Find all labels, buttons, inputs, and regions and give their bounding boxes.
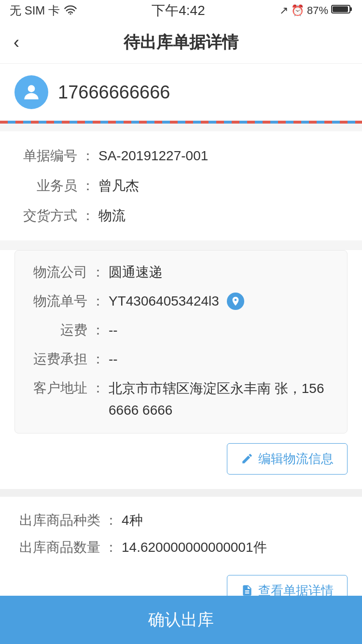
goods-types-value: 4种 [122,511,143,530]
freight-label: 运费 [29,320,87,340]
confirm-button-bar[interactable]: 确认出库 [0,596,362,644]
document-info-section: 单据编号 ： SA-20191227-001 业务员 ： 曾凡杰 交货方式 ： … [0,131,362,240]
svg-rect-3 [350,7,352,11]
svg-point-4 [28,85,35,92]
tracking-location-icon[interactable] [227,293,244,310]
delivery-value: 物流 [98,206,343,226]
document-number-value: SA-20191227-001 [98,146,343,166]
nav-bar: ‹ 待出库单据详情 [0,21,362,64]
logistics-company-value: 圆通速递 [109,262,333,282]
goods-quantity-value: 14.620000000000001件 [122,538,267,557]
goods-quantity-label: 出库商品数量 [19,538,100,557]
address-label: 客户地址 [29,378,87,398]
section-divider [0,489,362,497]
agent-value: 曾凡杰 [98,176,343,196]
logistics-company-label: 物流公司 [29,262,87,282]
address-row: 客户地址 ： 北京市市辖区海淀区永丰南 张，156 6666 6666 [29,378,333,421]
user-phone: 17666666666 [58,82,170,103]
battery-label: 87% [307,4,328,17]
tracking-row: YT43064053424l3 [109,291,244,311]
agent-row: 业务员 ： 曾凡杰 [19,176,343,196]
freight-bearer-row: 运费承担 ： -- [29,349,333,369]
freight-row: 运费 ： -- [29,320,333,340]
logistics-tracking-row: 物流单号 ： YT43064053424l3 [29,291,333,311]
document-number-row: 单据编号 ： SA-20191227-001 [19,146,343,166]
document-icon [241,584,253,597]
edit-logistics-button[interactable]: 编辑物流信息 [227,443,348,475]
user-header: 17666666666 [0,64,362,121]
logistics-tracking-value: YT43064053424l3 [109,291,219,311]
avatar [14,75,48,109]
edit-icon [241,452,253,465]
goods-quantity-row: 出库商品数量 ： 14.620000000000001件 [19,538,343,557]
edit-btn-row: 编辑物流信息 [0,443,362,484]
goods-types-row: 出库商品种类 ： 4种 [19,511,343,530]
logistics-company-row: 物流公司 ： 圆通速递 [29,262,333,282]
logistics-tracking-label: 物流单号 [29,291,87,311]
goods-types-label: 出库商品种类 [19,511,100,530]
location-status-icon: ↗ [279,4,288,17]
freight-bearer-value: -- [109,349,333,369]
document-number-label: 单据编号 [19,146,77,166]
goods-section: 出库商品种类 ： 4种 出库商品数量 ： 14.620000000000001件 [0,497,362,575]
svg-point-0 [70,14,71,14]
carrier-label: 无 SIM 卡 [10,3,60,18]
status-bar: 无 SIM 卡 下午4:42 ↗ ⏰ 87% [0,0,362,21]
agent-label: 业务员 [19,176,77,196]
page-title: 待出库单据详情 [124,31,238,54]
confirm-button-label: 确认出库 [148,609,214,631]
freight-bearer-label: 运费承担 [29,349,87,369]
wifi-icon [64,4,77,17]
battery-icon [331,4,352,17]
back-button[interactable]: ‹ [14,32,19,53]
svg-rect-2 [333,6,348,12]
edit-logistics-label: 编辑物流信息 [258,450,334,467]
status-left: 无 SIM 卡 [10,3,77,18]
alarm-icon: ⏰ [291,4,304,17]
status-right: ↗ ⏰ 87% [279,4,352,17]
delivery-row: 交货方式 ： 物流 [19,206,343,226]
status-time: 下午4:42 [152,1,205,20]
logistics-card: 物流公司 ： 圆通速递 物流单号 ： YT43064053424l3 运费 ： … [14,250,348,434]
dashed-divider [0,121,362,124]
freight-value: -- [109,320,333,340]
address-value: 北京市市辖区海淀区永丰南 张，156 6666 6666 [109,378,333,421]
delivery-label: 交货方式 [19,206,77,226]
